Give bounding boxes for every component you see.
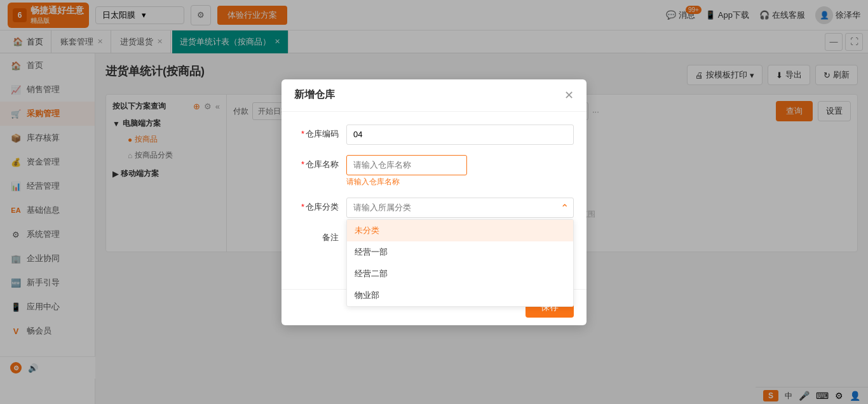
category-label: 仓库分类 bbox=[294, 198, 339, 213]
dialog-body: 仓库编码 仓库名称 请输入仓库名称 仓库分类 ⌃ 未分类 bbox=[281, 112, 587, 289]
name-field-wrapper: 请输入仓库名称 bbox=[346, 155, 574, 187]
dialog-close-button[interactable]: ✕ bbox=[564, 88, 574, 102]
code-input[interactable] bbox=[346, 125, 574, 145]
chevron-up-icon[interactable]: ⌃ bbox=[560, 201, 569, 213]
name-label: 仓库名称 bbox=[294, 155, 339, 170]
name-field-row: 仓库名称 请输入仓库名称 bbox=[294, 155, 574, 187]
category-select-wrapper: ⌃ 未分类 经营一部 经营二部 物业部 bbox=[346, 198, 574, 218]
name-input[interactable] bbox=[346, 155, 467, 175]
category-input[interactable] bbox=[346, 198, 574, 218]
dialog-header: 新增仓库 ✕ bbox=[281, 79, 587, 112]
name-error-msg: 请输入仓库名称 bbox=[346, 177, 574, 187]
dropdown-item-3[interactable]: 物业部 bbox=[347, 285, 573, 306]
dropdown-item-0[interactable]: 未分类 bbox=[347, 220, 573, 241]
dropdown-item-1[interactable]: 经营一部 bbox=[347, 241, 573, 263]
note-label: 备注 bbox=[294, 228, 339, 243]
dialog-title: 新增仓库 bbox=[294, 88, 335, 102]
dropdown-item-2[interactable]: 经营二部 bbox=[347, 263, 573, 285]
code-field-row: 仓库编码 bbox=[294, 125, 574, 145]
add-warehouse-dialog: 新增仓库 ✕ 仓库编码 仓库名称 请输入仓库名称 仓库分类 bbox=[281, 79, 587, 325]
modal-overlay[interactable]: 新增仓库 ✕ 仓库编码 仓库名称 请输入仓库名称 仓库分类 bbox=[0, 0, 868, 404]
category-dropdown: 未分类 经营一部 经营二部 物业部 bbox=[346, 219, 574, 307]
category-field-row: 仓库分类 ⌃ 未分类 经营一部 经营二部 物业部 bbox=[294, 198, 574, 218]
code-label: 仓库编码 bbox=[294, 125, 339, 140]
